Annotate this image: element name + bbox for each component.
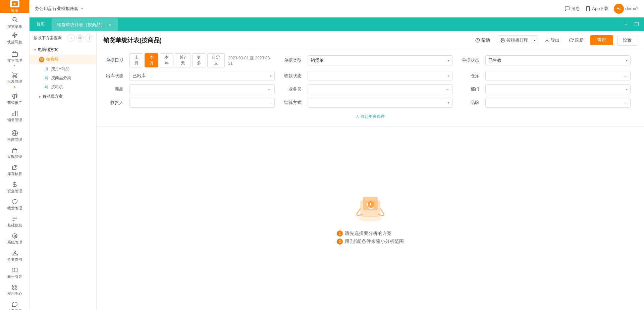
sidebar-item-wholesale[interactable]: 批发管理 ▲	[0, 69, 29, 90]
empty-illustration	[350, 190, 390, 224]
group-arrow: ▼	[34, 48, 37, 52]
tab-home-label: 首页	[36, 21, 45, 27]
svg-point-6	[14, 235, 15, 237]
tab-maximize-btn[interactable]	[632, 19, 641, 29]
tree-sub-month-product[interactable]: 月 按月+商品	[30, 64, 96, 73]
salesperson-select[interactable]: ···	[308, 84, 453, 94]
top-header-left: 办公用品行业模拟账套 ▾	[35, 6, 83, 12]
settlement-select[interactable]: ▾	[308, 98, 453, 108]
receiver-dots[interactable]: ···	[268, 100, 272, 105]
refresh-btn[interactable]: 刷新	[566, 36, 586, 45]
tab-home[interactable]: 首页	[30, 17, 52, 31]
doctype-select[interactable]: 销货单 ▾	[308, 55, 453, 65]
filter-col-product: 商品 ···	[103, 84, 281, 94]
user-menu-btn[interactable]: Ea demo2	[614, 4, 639, 14]
tree-item-by-product[interactable]: 按 按商品	[30, 55, 96, 64]
ecommerce-label: 电商管理	[7, 137, 22, 142]
filter-row-3: 商品 ··· 业务员 ··· 部门	[103, 84, 637, 94]
tab-active[interactable]: 销货单统计表（按商品） ✕	[52, 18, 118, 32]
collapse-filter-btn[interactable]: ∧ 收起更多条件	[103, 111, 637, 122]
sidebar-item-system[interactable]: 系统管理	[0, 230, 29, 247]
sidebar-item-business[interactable]: 经营管理	[0, 196, 29, 213]
sidebar-item-newbie[interactable]: 新手引导	[0, 264, 29, 281]
collapse-label: ∧ 收起更多条件	[356, 114, 384, 119]
tab-bar-right	[621, 19, 644, 29]
sidebar-item-apps[interactable]: 应用中心	[0, 281, 29, 298]
outbound-select[interactable]: 已出库 ▾	[129, 71, 275, 81]
receiver-label: 收货人	[103, 100, 127, 106]
product-filter-label: 商品	[103, 86, 127, 92]
category-label: 按商品分类	[51, 75, 71, 81]
empty-hint-1: 请先选择要分析的方案	[337, 230, 404, 237]
quick-nav-item[interactable]: 快捷导航	[0, 31, 29, 45]
sidebar: 畅 标服 搜索菜单 快捷导航 零售管理 ▼ 批发管理 ▲ 营销推	[0, 0, 30, 310]
salesperson-dots[interactable]: ···	[446, 87, 450, 92]
sidebar-item-marketing[interactable]: 营销推广	[0, 90, 29, 107]
sales-label: 销售管理	[7, 117, 22, 122]
page-header: 销货单统计表(按商品) 帮助 按模板打印	[97, 31, 644, 49]
date-btn-custom[interactable]: 自定义	[207, 53, 225, 67]
sidebar-item-purchase[interactable]: 采购管理	[0, 144, 29, 161]
tree-group-mobile[interactable]: ▶ 移动端方案	[30, 92, 96, 101]
page-header-actions: 帮助 按模板打印 ▾	[473, 35, 637, 46]
sidebar-item-ecommerce[interactable]: 电商管理	[0, 127, 29, 144]
right-panel: 销货单统计表(按商品) 帮助 按模板打印	[97, 31, 644, 310]
brand-dots[interactable]: ···	[624, 100, 628, 105]
sidebar-item-wechat[interactable]: 企业微信	[0, 298, 29, 310]
sidebar-item-enterprise[interactable]: 企业协同	[0, 247, 29, 264]
messages-btn[interactable]: 消息	[565, 6, 580, 12]
sidebar-item-inventory[interactable]: 库存核算	[0, 161, 29, 178]
app-download-btn[interactable]: App下载	[585, 6, 608, 12]
tree-sub-category[interactable]: 司 按商品分类	[30, 73, 96, 83]
docstatus-select[interactable]: 已生效 ▾	[485, 55, 631, 65]
settings-scheme-btn[interactable]: ⚙	[76, 34, 84, 42]
date-btn-7days[interactable]: 近7天	[175, 53, 191, 67]
scheme-query-label: 按以下方案查询	[34, 35, 62, 41]
logo-text: 标服	[11, 8, 18, 13]
warehouse-select[interactable]: ···	[485, 71, 631, 81]
collapse-panel-btn[interactable]: 《	[85, 34, 92, 42]
mobile-group-label: 移动端方案	[43, 94, 63, 99]
tree-sub-driver[interactable]: 司 按司机	[30, 83, 96, 92]
left-panel-header: 按以下方案查询 ＋ ⚙ 《	[30, 31, 96, 44]
product-dots[interactable]: ···	[268, 87, 272, 92]
wholesale-arrow: ▲	[13, 85, 16, 88]
panel-header-icons: ＋ ⚙ 《	[67, 34, 92, 42]
tab-close-btn[interactable]: ✕	[107, 22, 112, 28]
empty-hint-2: 用[过滤]条件来缩小分析范围	[337, 239, 404, 245]
sidebar-item-sales[interactable]: 销售管理	[0, 107, 29, 124]
date-btn-last-month[interactable]: 上月	[129, 53, 143, 67]
basics-label: 基础信息	[7, 223, 22, 228]
date-range-text: 2023-03-01 至 2023-03-31	[228, 55, 274, 66]
product-select[interactable]: ···	[129, 84, 275, 94]
main-area: 办公用品行业模拟账套 ▾ 消息 App下载 Ea demo2	[30, 0, 644, 310]
date-btn-this-month[interactable]: 本月	[145, 53, 158, 67]
export-btn[interactable]: 导出	[542, 36, 562, 45]
print-arrow-btn[interactable]: ▾	[532, 37, 538, 44]
receiver-select[interactable]: ···	[129, 98, 275, 108]
filter-col-warehouse: 仓库 ···	[459, 71, 637, 81]
page-title: 销货单统计表(按商品)	[103, 36, 162, 44]
brand-select[interactable]: ···	[485, 98, 631, 108]
department-select[interactable]: ▾	[485, 84, 631, 94]
print-btn-group[interactable]: 按模板打印 ▾	[497, 35, 538, 45]
settings-btn[interactable]: 设置	[617, 35, 637, 46]
date-btn-more[interactable]: 更多	[192, 53, 206, 67]
warehouse-dots[interactable]: ···	[624, 73, 628, 79]
search-menu-item[interactable]: 搜索菜单	[0, 13, 29, 31]
sidebar-item-finance[interactable]: 资金管理	[0, 178, 29, 196]
apps-label: 应用中心	[7, 291, 22, 296]
add-scheme-btn[interactable]: ＋	[67, 34, 75, 42]
retail-label: 零售管理	[7, 58, 22, 63]
filter-col-outbound: 出库状态 已出库 ▾	[103, 71, 281, 81]
payment-select[interactable]: ▾	[308, 71, 453, 81]
query-btn[interactable]: 查询	[590, 35, 613, 45]
tree-group-desktop[interactable]: ▼ 电脑端方案	[30, 45, 96, 55]
sidebar-item-retail[interactable]: 零售管理 ▼	[0, 48, 29, 69]
print-main-btn[interactable]: 按模板打印	[497, 36, 532, 45]
help-btn[interactable]: 帮助	[473, 36, 493, 45]
tab-minimize-btn[interactable]	[621, 19, 631, 29]
sidebar-item-basics[interactable]: 基础信息	[0, 213, 29, 230]
date-btn-this-year[interactable]: 本年	[160, 53, 173, 67]
date-label: 单据日期	[103, 57, 127, 63]
